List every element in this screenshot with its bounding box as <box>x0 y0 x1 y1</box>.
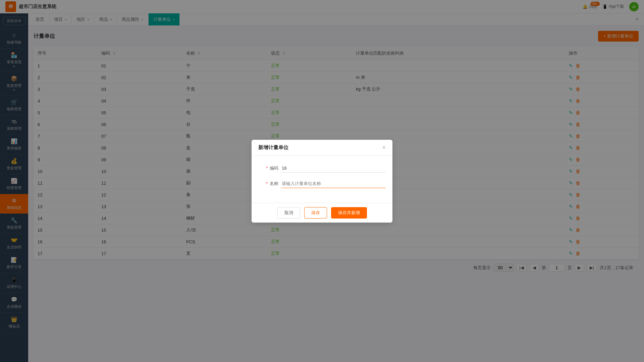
modal-header: 新增计量单位 × <box>252 140 392 156</box>
modal-footer: 取消 保存 保存并新增 <box>252 203 392 223</box>
modal-title: 新增计量单位 <box>258 144 288 151</box>
required-star-code: * <box>266 166 268 171</box>
name-label: * 名称 <box>258 181 278 187</box>
code-input[interactable] <box>281 164 386 173</box>
name-input[interactable] <box>281 179 386 188</box>
add-unit-modal: 新增计量单位 × * 编码 * 名称 取消 保存 保存并新增 <box>252 140 392 223</box>
modal-body: * 编码 * 名称 <box>252 156 392 203</box>
code-form-row: * 编码 <box>258 164 386 173</box>
code-label: * 编码 <box>258 165 278 171</box>
save-and-new-button[interactable]: 保存并新增 <box>331 207 367 219</box>
modal-close-button[interactable]: × <box>382 144 386 150</box>
modal-overlay: 新增计量单位 × * 编码 * 名称 取消 保存 保存并新增 <box>0 0 644 362</box>
cancel-button[interactable]: 取消 <box>277 207 300 219</box>
name-form-row: * 名称 <box>258 179 386 188</box>
save-button[interactable]: 保存 <box>304 207 327 219</box>
required-star-name: * <box>266 181 268 186</box>
